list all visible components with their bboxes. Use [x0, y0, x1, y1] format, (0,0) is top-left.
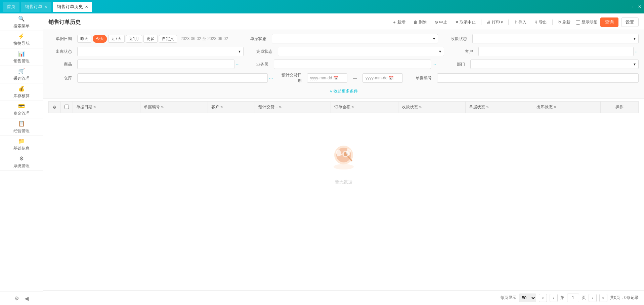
page-title: 销售订单历史 [48, 19, 81, 26]
show-detail-label: 显示明细 [582, 20, 598, 25]
new-button[interactable]: ＋ 新增 [390, 18, 408, 27]
sort-amount-icon: ⇅ [351, 105, 354, 109]
date-btn-1month[interactable]: 近1月 [126, 35, 142, 43]
query-button[interactable]: 查询 [600, 17, 618, 27]
delete-button[interactable]: 🗑 删除 [411, 18, 429, 27]
customer-label: 客户 [449, 49, 473, 54]
sidebar-item-purchase-mgmt[interactable]: 🛒 采购管理 [0, 66, 43, 83]
refresh-button[interactable]: ↻ 刷新 [555, 18, 573, 27]
order-status-select[interactable]: ▾ [272, 34, 438, 43]
sidebar-item-inventory-check[interactable]: 💰 库存核算 [0, 83, 43, 101]
last-page-btn[interactable]: » [599, 294, 607, 302]
settings-button[interactable]: 设置 [621, 17, 639, 27]
import-button[interactable]: ⇑ 导入 [511, 18, 529, 27]
sidebar-item-capital-mgmt[interactable]: 💳 资金管理 [0, 101, 43, 118]
tab-sales-order-history[interactable]: 销售订单历史 ✕ [53, 2, 92, 12]
show-detail-input[interactable] [576, 20, 580, 25]
sidebar-item-basic-info[interactable]: 📁 基础信息 [0, 136, 43, 153]
delivery-date-from[interactable]: yyyy-mm-dd 📅 [307, 73, 347, 83]
dept-select[interactable]: ▾ [470, 60, 639, 69]
th-receipt-status[interactable]: 收款状态⇅ [398, 102, 466, 113]
first-page-btn[interactable]: « [539, 294, 547, 302]
main-layout: 🔍 搜索菜单 ⚡ 快捷导航 📊 销售管理 🛒 采购管理 💰 库存核算 💳 资金管… [0, 13, 644, 305]
th-outbound-status[interactable]: 出库状态⇅ [533, 102, 601, 113]
prev-page-btn[interactable]: ‹ [550, 294, 558, 302]
th-checkbox[interactable] [61, 102, 73, 113]
window-max-btn[interactable]: □ [633, 4, 635, 9]
th-order-no[interactable]: 单据编号⇅ [140, 102, 208, 113]
print-button[interactable]: 🖨 打印 ▾ [484, 18, 506, 27]
order-no-input[interactable] [437, 73, 639, 83]
sidebar-item-sales-mgmt[interactable]: 📊 销售管理 [0, 48, 43, 66]
refresh-label: 刷新 [562, 20, 570, 25]
page-word: 第 [560, 295, 564, 301]
tab-sales-order-history-close[interactable]: ✕ [85, 5, 88, 9]
tab-home[interactable]: 首页 [3, 2, 19, 12]
delete-icon: 🗑 [414, 20, 418, 25]
sidebar-item-sys-mgmt[interactable]: ⚙ 系统管理 [0, 153, 43, 171]
salesperson-ellipsis[interactable]: ··· [432, 62, 436, 67]
warehouse-input[interactable] [77, 73, 268, 83]
sidebar-collapse-icon[interactable]: ◀ [25, 295, 29, 302]
order-status-dropdown-icon: ▾ [433, 36, 435, 41]
sidebar-item-quick-nav[interactable]: ⚡ 快捷导航 [0, 31, 43, 48]
sidebar: 🔍 搜索菜单 ⚡ 快捷导航 📊 销售管理 🛒 采购管理 💰 库存核算 💳 资金管… [0, 13, 43, 305]
cancel-stop-button[interactable]: ✕ 取消中止 [453, 18, 478, 27]
customer-ellipsis[interactable]: ··· [635, 49, 639, 54]
date-btn-more[interactable]: 更多 [143, 35, 158, 43]
product-ellipsis[interactable]: ··· [236, 62, 240, 67]
sidebar-item-purchase-mgmt-label: 采购管理 [13, 76, 30, 81]
delivery-date-to[interactable]: yyyy-mm-dd 📅 [362, 73, 403, 83]
sort-customer-icon: ⇅ [220, 105, 223, 109]
sidebar-item-search-menu[interactable]: 🔍 搜索菜单 [0, 13, 43, 31]
date-btn-7days[interactable]: 近7天 [108, 35, 125, 43]
th-expected-delivery[interactable]: 预计交货...⇅ [255, 102, 331, 113]
table-area: ⚙ 单据日期⇅ 单据编号⇅ 客户⇅ 预计交货...⇅ [43, 99, 644, 290]
next-page-btn[interactable]: › [589, 294, 597, 302]
product-input[interactable] [77, 60, 234, 69]
date-quick-btns: 昨天 今天 近7天 近1月 更多 自定义 [77, 35, 177, 43]
basic-info-icon: 📁 [18, 138, 25, 144]
empty-state: 暂无数据 [49, 113, 639, 212]
outbound-select[interactable]: ▾ [77, 47, 244, 56]
th-order-status-label: 单据状态 [469, 104, 485, 110]
salesperson-input[interactable] [274, 60, 431, 69]
stop-icon: ⊘ [435, 20, 438, 25]
product-label: 商品 [48, 62, 72, 67]
receipt-status-select[interactable]: ▾ [472, 34, 639, 43]
stop-button[interactable]: ⊘ 中止 [432, 18, 450, 27]
tab-sales-order-close[interactable]: ✕ [44, 5, 47, 9]
filter-area: 单据日期 昨天 今天 近7天 近1月 更多 自定义 2023-06-02 至 2… [43, 30, 644, 99]
page-number-input[interactable] [567, 294, 579, 302]
th-amount[interactable]: 订单金额⇅ [331, 102, 398, 113]
export-icon: ⇓ [534, 20, 538, 25]
window-min-btn[interactable]: — [626, 4, 630, 9]
date-btn-yesterday[interactable]: 昨天 [77, 35, 91, 43]
window-close-btn[interactable]: ✕ [638, 4, 641, 9]
filter-row-4: 仓库 ··· 预计交货日期 yyyy-mm-dd 📅 — yyyy-mm-dd … [48, 72, 639, 84]
sort-date-icon: ⇅ [93, 105, 96, 109]
th-order-status[interactable]: 单据状态⇅ [466, 102, 533, 113]
tab-sales-order[interactable]: 销售订单 ✕ [21, 2, 51, 12]
customer-input[interactable] [478, 47, 634, 56]
inventory-check-icon: 💰 [18, 85, 25, 92]
completion-dropdown-icon: ▾ [439, 49, 441, 54]
sidebar-item-operation-mgmt[interactable]: 📋 经营管理 [0, 118, 43, 136]
export-button[interactable]: ⇓ 导出 [532, 18, 550, 27]
salesperson-label: 业务员 [245, 62, 268, 67]
show-detail-checkbox[interactable]: 显示明细 [576, 20, 598, 25]
th-customer[interactable]: 客户⇅ [208, 102, 255, 113]
tab-sales-order-label: 销售订单 [25, 4, 42, 10]
sidebar-settings-icon[interactable]: ⚙ [14, 295, 19, 302]
divider3 [552, 20, 553, 25]
collapse-bar[interactable]: ∧ 收起更多条件 [48, 87, 639, 94]
outbound-label: 出库状态 [48, 49, 72, 54]
date-btn-custom[interactable]: 自定义 [159, 35, 177, 43]
select-all-checkbox[interactable] [65, 105, 69, 109]
th-gear[interactable]: ⚙ [49, 102, 61, 113]
completion-select[interactable]: ▾ [278, 47, 444, 56]
th-date[interactable]: 单据日期⇅ [73, 102, 140, 113]
warehouse-ellipsis[interactable]: ··· [269, 76, 273, 81]
page-size-select[interactable]: 50 10 20 100 [519, 294, 536, 302]
date-btn-today[interactable]: 今天 [93, 35, 107, 43]
